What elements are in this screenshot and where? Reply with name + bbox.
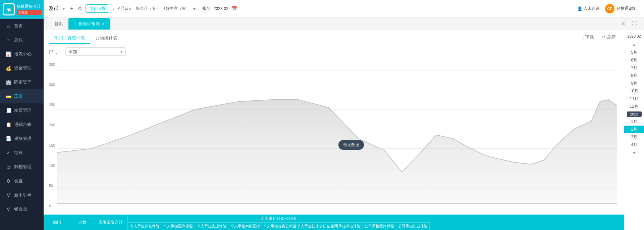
switch-version-button[interactable]: 切到旧版 — [86, 4, 109, 13]
business-status: +好生意（标） — [163, 6, 190, 11]
calendar-icon[interactable]: 📅 — [232, 6, 237, 11]
sidebar-item-ledger[interactable]: ≡ 总账 — [0, 33, 44, 47]
toolbar: 部门： 全部 ▼ — [44, 44, 624, 59]
right-panel: 2023.02 ▲ 5月 6月 7月 8月 9月 10月 11月 12月 202… — [624, 30, 644, 230]
tab-close-icon[interactable]: × — [102, 21, 104, 26]
right-panel-month-3[interactable]: 3月 — [624, 133, 644, 141]
sidebar-item-invoice[interactable]: 🧾 发票管理 — [0, 103, 44, 118]
sidebar-item-member[interactable]: V 畅会员 — [0, 202, 44, 216]
accounting-status: 好会计（专） — [136, 6, 160, 11]
logo-badge: 专业版 — [17, 10, 41, 15]
sidebar-item-label: 新手引导 — [14, 192, 32, 198]
table-col-total-salary: 应发工资合计 — [94, 220, 127, 225]
right-panel-year-2023: 2023 — [627, 111, 642, 117]
tab-home[interactable]: 首页 — [49, 18, 68, 30]
certified-check-icon: ✓ — [112, 6, 116, 11]
tab-salary-report[interactable]: 工资统计报表 × — [68, 18, 110, 30]
sidebar-item-tax[interactable]: 📑 税务管理 — [0, 132, 44, 146]
sidebar-item-label: 畅会员 — [14, 206, 27, 212]
sidebar-item-settings[interactable]: ⚙ 设置 — [0, 174, 44, 188]
download-button[interactable]: ↓ 下载 — [579, 33, 597, 42]
user-area: CE 轻捷通B组... — [605, 4, 639, 13]
archive-icon: 🗂 — [5, 164, 11, 170]
dept-select[interactable]: 全部 — [65, 47, 126, 56]
sidebar-item-label: 结账 — [14, 150, 23, 156]
chart-svg — [57, 62, 617, 211]
add-icon[interactable]: ＋ — [69, 5, 74, 12]
sidebar-item-label: 总账 — [14, 37, 23, 43]
col-personal-major-medical: 个人承担大额医疗 — [228, 223, 262, 230]
right-panel-month-10[interactable]: 10月 — [624, 87, 644, 95]
settings-gear-icon[interactable]: ⚙ — [78, 6, 82, 11]
sidebar-item-salary[interactable]: 💳 工资 — [0, 89, 44, 103]
right-panel-month-4[interactable]: 4月 — [624, 141, 644, 149]
right-panel-month-8[interactable]: 8月 — [624, 72, 644, 80]
right-panel-month-2[interactable]: 2月 — [624, 126, 644, 133]
expand-panel-icon[interactable]: ⛶ — [630, 20, 639, 28]
right-panel-month-7[interactable]: 7月 — [624, 64, 644, 72]
sidebar-item-guide[interactable]: V 新手引导 — [0, 188, 44, 202]
subtab-dept[interactable]: 部门工资统计表 — [49, 33, 90, 44]
no-data-tooltip: 暂无数据 — [338, 140, 364, 150]
refresh-button[interactable]: ↺ 刷新 — [599, 33, 619, 42]
salary-icon: 💳 — [5, 94, 11, 99]
right-panel-month-1[interactable]: 1月 — [624, 118, 644, 126]
tabbar-actions: ✕ ⛶ — [619, 20, 639, 28]
sidebar-item-close[interactable]: ✓ 结账 — [0, 146, 44, 160]
content-area: 部门工资统计表 月份统计表 ↓ 下载 ↺ 刷新 部门： 全部 ▼ — [44, 30, 644, 230]
col-company-medical: 公司承担医疗保险 — [363, 223, 396, 230]
sidebar-item-archive[interactable]: 🗂 归档管理 — [0, 160, 44, 174]
service-button[interactable]: 👤 人工咨询 — [577, 6, 600, 11]
main-area: 测试 ▼ ＋ ⚙ 切到旧版 ✓ ✓已认证 好会计（专） +好生意（标） +...… — [44, 0, 644, 230]
sidebar-item-funds[interactable]: 💰 资金管理 — [0, 61, 44, 75]
logo-icon: 畅 — [3, 3, 15, 15]
right-panel-month-12[interactable]: 12月 — [624, 103, 644, 110]
sidebar-item-label: 归档管理 — [14, 164, 32, 170]
home-icon: ⌂ — [5, 23, 11, 29]
right-panel-month-6[interactable]: 6月 — [624, 56, 644, 64]
logo-text: 畅捷通好会计 — [17, 4, 41, 9]
invoice-icon: 🧾 — [5, 108, 11, 113]
right-panel-month-11[interactable]: 11月 — [624, 95, 644, 103]
subtab-monthly[interactable]: 月份统计表 — [90, 33, 123, 44]
sidebar-item-label: 报表中心 — [14, 51, 32, 57]
col-personal-pension: 个人承担养老保险 — [128, 223, 161, 230]
assets-icon: 🏢 — [5, 80, 11, 85]
sidebar-nav: ⌂ 首页 ≡ 总账 📊 报表中心 💰 资金管理 🏢 固定资产 💳 工资 🧾 发票… — [0, 19, 44, 230]
username[interactable]: 轻捷通B组... — [616, 6, 639, 11]
dept-label: 部门： — [49, 49, 62, 55]
right-panel-up-arrow[interactable]: ▲ — [631, 41, 638, 49]
right-panel-month-5[interactable]: 5月 — [624, 49, 644, 56]
sidebar-item-home[interactable]: ⌂ 首页 — [0, 19, 44, 33]
dept-select-wrapper: 全部 ▼ — [65, 47, 126, 56]
sidebar-item-sales[interactable]: 📋 进销台账 — [0, 118, 44, 132]
subtabs: 部门工资统计表 月份统计表 ↓ 下载 ↺ 刷新 — [44, 30, 624, 44]
col-personal-total: 个人承担社保公积金合计 — [296, 223, 329, 230]
sidebar-item-reports[interactable]: 📊 报表中心 — [0, 47, 44, 61]
sidebar-item-assets[interactable]: 🏢 固定资产 — [0, 75, 44, 89]
chevron-down-icon[interactable]: ▼ — [62, 6, 66, 11]
svg-text:畅: 畅 — [7, 8, 11, 12]
reports-icon: 📊 — [5, 51, 11, 57]
guide-icon: V — [5, 192, 11, 198]
right-panel-down-arrow[interactable]: ▼ — [631, 149, 638, 157]
topbar: 测试 ▼ ＋ ⚙ 切到旧版 ✓ ✓已认证 好会计（专） +好生意（标） +...… — [44, 0, 644, 17]
sidebar-item-label: 固定资产 — [14, 79, 32, 85]
sidebar-item-label: 工资 — [14, 93, 23, 99]
close-accounts-icon: ✓ — [5, 150, 11, 155]
chart-y-labels: 350 300 250 200 150 100 50 0 — [49, 62, 55, 208]
right-panel-month-9[interactable]: 9月 — [624, 80, 644, 87]
topbar-right: 👤 人工咨询 CE 轻捷通B组... — [577, 4, 639, 13]
group-header-personal: 个人承担社保公积金 — [128, 215, 430, 223]
avatar: CE — [605, 4, 614, 13]
table-footer: 部门 人数 应发工资合计 个人承担社保公积金 个人承担养老保险 个人承担医疗保险… — [44, 215, 624, 230]
service-icon: 👤 — [577, 6, 582, 11]
close-panel-icon[interactable]: ✕ — [619, 20, 627, 28]
more-status: +... — [193, 6, 199, 11]
period-label: 账期 — [202, 6, 210, 11]
inner-content: 部门工资统计表 月份统计表 ↓ 下载 ↺ 刷新 部门： 全部 ▼ — [44, 30, 624, 230]
table-col-dept: 部门 — [44, 220, 70, 225]
sidebar-item-label: 进销台账 — [14, 122, 32, 128]
col-company-unemployment: 公司承担失业保险 — [396, 223, 430, 230]
tax-icon: 📑 — [5, 136, 11, 141]
